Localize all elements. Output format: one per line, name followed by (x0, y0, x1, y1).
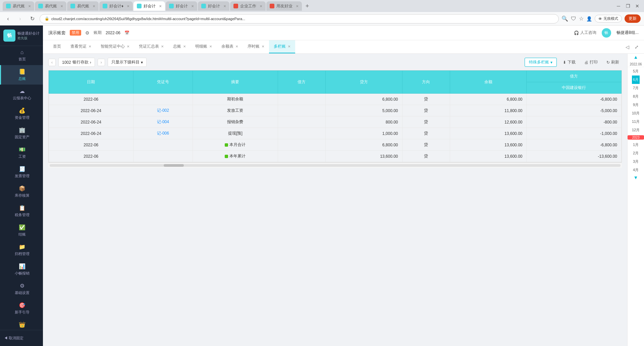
prev-account-button[interactable]: ‹ (48, 59, 56, 66)
sidebar-item-expense[interactable]: 📊 小畅报销 (0, 260, 43, 279)
new-tab-button[interactable]: + (303, 1, 312, 11)
cell-voucher[interactable]: 记-002 (133, 105, 193, 116)
close-window-button[interactable]: ✕ (633, 2, 641, 10)
cal-month[interactable]: 5月 (632, 67, 640, 76)
sidebar-item-settings[interactable]: ⚙ 基础设置 (0, 279, 43, 299)
search-icon[interactable]: 🔍 (561, 15, 568, 22)
tab-haohuiji-3[interactable]: 好会计 ✕ (198, 1, 229, 11)
refresh-button[interactable]: ↻ 刷新 (604, 58, 622, 66)
refresh-button[interactable]: ↻ (28, 14, 37, 23)
cal-month[interactable]: 9月 (632, 101, 640, 109)
sidebar-item-tax[interactable]: 📋 税务管理 (0, 201, 43, 221)
tab-close-6[interactable]: ✕ (191, 4, 194, 8)
tab-close-smart-voucher[interactable]: ✕ (127, 45, 129, 48)
tab-yidaizhang-2[interactable]: 易代账 ✕ (35, 1, 66, 11)
tab-haohuiji-1[interactable]: 好会计♦ ✕ (99, 1, 133, 11)
tab-close-view-voucher[interactable]: ✕ (89, 45, 91, 48)
tab-balance-table[interactable]: 余额表 ✕ (217, 40, 243, 53)
sidebar-item-inventory[interactable]: 📦 库存核算 (0, 182, 43, 201)
restore-button[interactable]: ❐ (624, 2, 632, 10)
tab-close-7[interactable]: ✕ (223, 4, 226, 8)
sidebar-item-archive[interactable]: 📁 归档管理 (0, 240, 43, 260)
tab-close-2[interactable]: ✕ (60, 4, 63, 8)
tab-enterprise[interactable]: 企业工作 ✕ (230, 1, 266, 11)
print-button[interactable]: 🖨 打印 (582, 58, 600, 66)
tab-close-3[interactable]: ✕ (93, 4, 95, 8)
tab-detail-ledger[interactable]: 明细账 ✕ (191, 40, 217, 53)
tab-close-sequence-ledger[interactable]: ✕ (262, 45, 264, 48)
sidebar-item-salary[interactable]: 💵 工资 (0, 143, 43, 162)
cell-debit (278, 139, 326, 151)
tab-close-4[interactable]: ✕ (127, 4, 129, 8)
collapse-icon[interactable]: ◁ (623, 42, 632, 52)
col-credit-header: 贷方 (326, 71, 402, 94)
profile-icon[interactable]: 👤 (586, 16, 592, 21)
tab-yidaizhang-3[interactable]: 易代账 ✕ (67, 1, 99, 11)
sidebar-item-guide[interactable]: 🎯 新手引导 (0, 299, 43, 318)
cal-month-2023[interactable]: 4月 (633, 166, 639, 174)
calendar-up-button[interactable]: ▲ (633, 54, 639, 60)
tab-smart-voucher[interactable]: 智能凭证中心 ✕ (96, 40, 134, 53)
cal-month[interactable]: 7月 (632, 84, 640, 92)
sidebar-item-home[interactable]: ⌂ 首页 (0, 46, 43, 65)
cell-voucher[interactable]: 记-004 (133, 116, 193, 128)
tab-home[interactable]: 首页 (48, 40, 66, 53)
tab-close-multi-col-ledger[interactable]: ✕ (288, 45, 290, 48)
back-button[interactable]: ‹ (3, 14, 13, 23)
update-button[interactable]: 更新 (625, 14, 641, 23)
cal-month[interactable]: 6月 (632, 76, 640, 84)
multi-col-button[interactable]: 特殊多栏账 ▾ (525, 58, 557, 67)
cal-month-2023[interactable]: 1月 (633, 141, 639, 149)
url-bar[interactable]: 🔒 cloud2.chanjet.com/accounting/uh26t264… (40, 14, 559, 23)
tab-view-voucher[interactable]: 查看凭证 ✕ (66, 40, 96, 53)
account-selector[interactable]: 1002 银行存款 › (58, 58, 95, 67)
star-icon[interactable]: ☆ (579, 15, 584, 22)
cal-month[interactable]: 11月 (632, 117, 640, 126)
tab-close-general-ledger[interactable]: ✕ (183, 45, 186, 48)
calendar-icon[interactable]: 📅 (124, 31, 129, 35)
tab-haohuiji-active[interactable]: 好会计 ✕ (133, 1, 165, 11)
download-button[interactable]: ⬇ 下载 (560, 58, 578, 66)
cal-month[interactable]: 12月 (632, 126, 640, 134)
sub-account-filter[interactable]: 只显示下级科目 ▾ (108, 58, 147, 67)
tab-sequence-ledger[interactable]: 序时账 ✕ (243, 40, 269, 53)
tab-haohuiji-2[interactable]: 好会计 ✕ (166, 1, 197, 11)
cal-year-2023-badge[interactable]: 2023 (628, 135, 644, 140)
sidebar-item-member[interactable]: 👑 畅会员 (0, 318, 43, 330)
settings-gear-icon[interactable]: ⚙ (85, 30, 90, 36)
sidebar-item-cloud-report[interactable]: ☁ 云报表中心 (0, 85, 43, 104)
expand-icon[interactable]: ⤢ (632, 42, 641, 52)
tab-close-8[interactable]: ✕ (260, 4, 262, 8)
forward-button[interactable]: › (15, 14, 25, 23)
consult-button[interactable]: 🎧 人工咨询 (574, 30, 596, 36)
cal-month[interactable]: 8月 (632, 92, 640, 101)
col-voucher-header: 凭证号 (133, 71, 193, 94)
next-account-button[interactable]: › (98, 59, 105, 66)
tab-yonyou[interactable]: 用友好业 ✕ (266, 1, 302, 11)
sidebar-item-ledger[interactable]: 📒 总账 (0, 65, 43, 85)
tab-multi-col-ledger[interactable]: 多栏账 ✕ (269, 40, 295, 53)
tab-close-balance-table[interactable]: ✕ (235, 45, 238, 48)
sidebar-item-invoice[interactable]: 🧾 发票管理 (0, 162, 43, 182)
tab-yidaizhang-1[interactable]: 易代账 ✕ (3, 1, 34, 11)
cal-month-2023[interactable]: 2月 (633, 149, 639, 157)
no-trace-button[interactable]: 👁 无痕模式 (595, 15, 622, 22)
sidebar-item-fixed-assets[interactable]: 🏢 固定资产 (0, 123, 43, 143)
unpin-button[interactable]: ◀ 取消固定 (2, 334, 41, 343)
tab-close-1[interactable]: ✕ (28, 4, 31, 8)
cal-month[interactable]: 10月 (632, 109, 640, 117)
tab-close-9[interactable]: ✕ (296, 4, 299, 8)
minimize-button[interactable]: ─ (614, 2, 623, 10)
scrollbar-track (50, 164, 621, 167)
tab-close-5[interactable]: ✕ (159, 4, 162, 8)
cal-month-2023[interactable]: 3月 (633, 157, 639, 166)
tab-voucher-summary[interactable]: 凭证汇总表 ✕ (134, 40, 168, 53)
tab-close-voucher-summary[interactable]: ✕ (161, 45, 164, 48)
horizontal-scrollbar[interactable] (48, 162, 622, 168)
sidebar-item-fund[interactable]: 💰 资金管理 (0, 104, 43, 123)
calendar-down-button[interactable]: ▼ (633, 174, 639, 181)
cell-voucher[interactable]: 记-006 (133, 128, 193, 139)
sidebar-item-close[interactable]: ✅ 结账 (0, 221, 43, 240)
tab-close-detail-ledger[interactable]: ✕ (209, 45, 212, 48)
tab-general-ledger[interactable]: 总账 ✕ (168, 40, 191, 53)
